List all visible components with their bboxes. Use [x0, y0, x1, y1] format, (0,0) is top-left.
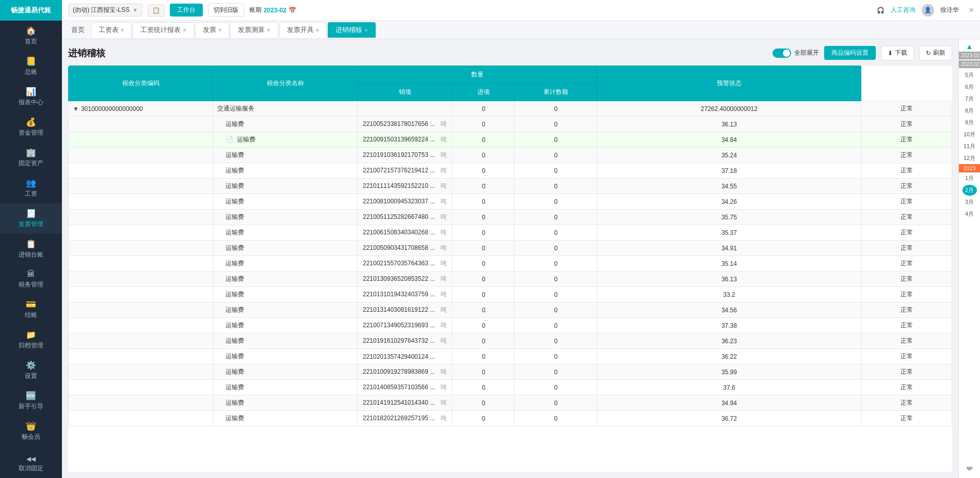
tab-invoice-calc-close-icon[interactable]: × [267, 27, 270, 33]
goods-setting-button[interactable]: 商品编码设置 [824, 46, 876, 60]
tab-payroll-close-icon[interactable]: × [121, 27, 124, 33]
table-cell-code [69, 194, 213, 210]
right-panel-month-2-active[interactable]: 2月 [962, 185, 977, 196]
tab-purchase-sales-close-icon[interactable]: × [364, 27, 367, 33]
right-panel-month-1[interactable]: 1月 [960, 173, 979, 184]
table-cell-sales: 0 [453, 287, 515, 302]
tab-invoice-close-icon[interactable]: × [218, 27, 221, 33]
switch-label: 切到旧版 [214, 6, 238, 13]
right-panel-month-9[interactable]: 9月 [960, 117, 979, 128]
toggle-track[interactable] [773, 49, 791, 58]
table-cell-purchase: 0 [515, 101, 597, 117]
table-cell-code [69, 272, 213, 287]
support-label[interactable]: 人工咨询 [891, 6, 915, 14]
table-cell-code: ▼301000000000000000 [69, 101, 213, 117]
table-row: 运输费 2210072157376219412 ... 吨 0 0 37.18 … [69, 163, 952, 179]
sidebar-label-settlement: 结账 [25, 311, 37, 320]
sidebar-item-tax-mgmt[interactable]: 🏛 税务管理 [0, 264, 62, 294]
table-cell-sales: 0 [453, 194, 515, 210]
sidebar-item-ledger[interactable]: 📒 总账 [0, 51, 62, 82]
table-cell-name: 运输费 [213, 163, 358, 179]
table-cell-status: 正常 [861, 210, 952, 225]
tab-payroll-stats-close-icon[interactable]: × [183, 27, 186, 33]
right-panel-month-8[interactable]: 8月 [960, 105, 979, 116]
sidebar-item-home[interactable]: 🏠 首页 [0, 21, 62, 51]
topbar: (勿动) 江西报宝-LSS ▼ 📋 工作台 切到旧版 账期 2023-02 📅 … [62, 0, 980, 21]
table-cell-name: 运输费 [213, 364, 358, 380]
right-panel-month-7[interactable]: 7月 [960, 93, 979, 104]
table-row: 运输费 2210131403081619122 ... 吨 0 0 34.56 … [69, 302, 952, 318]
sidebar-label-funds: 资金管理 [19, 129, 43, 137]
table-row: 运输费 2210071349052319693 ... 吨 0 0 37.38 … [69, 318, 952, 333]
table-cell-sales: 0 [453, 163, 515, 179]
table-cell-invoice: 2210182021269257195 ... 吨 [358, 411, 453, 426]
table-cell-sales: 0 [453, 241, 515, 256]
company-selector[interactable]: (勿动) 江西报宝-LSS ▼ [68, 4, 142, 17]
tab-invoice[interactable]: 发票 × [195, 22, 229, 38]
right-panel-month-10[interactable]: 10月 [960, 129, 979, 140]
sidebar-item-funds[interactable]: 💰 资金管理 [0, 112, 62, 142]
tab-invoice-calc[interactable]: 发票测算 × [230, 22, 278, 38]
sidebar-item-settlement[interactable]: 💳 结账 [0, 294, 62, 325]
right-panel-month-5[interactable]: 5月 [960, 70, 979, 81]
sidebar-item-fixed-assets[interactable]: 🏢 固定资产 [0, 142, 62, 173]
right-panel-expand-icon[interactable]: ❤ [964, 462, 975, 476]
table-cell-name: 运输费 [213, 194, 358, 210]
table-cell-purchase: 0 [515, 256, 597, 272]
workbench-button[interactable]: 工作台 [170, 4, 203, 17]
download-button[interactable]: ⬇ 下载 [881, 45, 914, 60]
period-value: 2023-02 [264, 7, 286, 14]
purchase-ledger-icon: 📋 [26, 239, 36, 249]
sidebar-item-reports[interactable]: 📊 报表中心 [0, 82, 62, 112]
sidebar-item-archive[interactable]: 📁 归档管理 [0, 325, 62, 355]
app-logo: 畅捷通易代账 [0, 0, 62, 21]
right-panel-month-3[interactable]: 3月 [960, 197, 979, 208]
sidebar-item-settings[interactable]: ⚙️ 设置 [0, 355, 62, 386]
tabs-bar: 首页 工资表 × 工资统计报表 × 发票 × 发票测算 × 发票开具 × 进销稽… [62, 21, 980, 39]
sidebar-label-reports: 报表中心 [19, 98, 43, 107]
col-tax-name: 税收分类名称 [213, 66, 358, 101]
tax-mgmt-icon: 🏛 [27, 269, 35, 279]
sidebar-item-guide[interactable]: 🆕 新手引导 [0, 386, 62, 416]
calendar-icon[interactable]: 📅 [288, 7, 296, 14]
switch-version-button[interactable]: 切到旧版 [208, 3, 244, 17]
home-icon: 🏠 [26, 26, 36, 36]
toggle-label: 全部展开 [794, 49, 819, 57]
table-cell-code [69, 380, 213, 395]
table-container[interactable]: 税收分类编码 税收分类名称 数量 预警状态 销项 进项 累计数额 [68, 66, 952, 472]
right-panel-month-6[interactable]: 6月 [960, 82, 979, 92]
table-cell-cumulative: 37.6 [597, 380, 861, 395]
tab-invoice-open-close-icon[interactable]: × [316, 27, 319, 33]
right-panel-up-icon[interactable]: ▲ [965, 41, 974, 52]
tab-payroll[interactable]: 工资表 × [91, 22, 132, 38]
table-row: 运输费 2210050903431708658 ... 吨 0 0 34.91 … [69, 241, 952, 256]
tab-home[interactable]: 首页 [66, 22, 90, 38]
refresh-button[interactable]: ↻ 刷新 [919, 45, 952, 60]
table-cell-cumulative: 36.13 [597, 117, 861, 132]
archive-icon: 📁 [26, 330, 36, 340]
sidebar-footer-pin[interactable]: ◀◀ 取消固定 [0, 450, 62, 478]
table-row: ▼301000000000000000 交通运输服务 0 0 27262.400… [69, 101, 952, 117]
sidebar-item-invoice-mgmt[interactable]: 🧾 发票管理 [0, 203, 62, 234]
table-cell-cumulative: 37.38 [597, 318, 861, 333]
expand-toggle[interactable]: 全部展开 [773, 49, 819, 58]
copy-button[interactable]: 📋 [148, 4, 165, 17]
right-panel-month-11[interactable]: 11月 [960, 141, 979, 152]
user-name: 徐泾华 [940, 6, 959, 14]
tab-payroll-stats[interactable]: 工资统计报表 × [133, 22, 194, 38]
right-panel-month-12[interactable]: 12月 [960, 153, 979, 164]
table-cell-sales: 0 [453, 225, 515, 241]
company-dropdown-icon: ▼ [133, 7, 138, 13]
tab-invoice-open[interactable]: 发票开具 × [279, 22, 327, 38]
table-cell-cumulative: 36.22 [597, 349, 861, 364]
sidebar-item-payroll[interactable]: 👥 工资 [0, 173, 62, 203]
sidebar-item-purchase-ledger[interactable]: 📋 进销台账 [0, 234, 62, 264]
close-button[interactable]: × [969, 6, 974, 15]
tab-purchase-sales[interactable]: 进销稽核 × [328, 22, 375, 38]
sidebar-item-vip[interactable]: 👑 畅会员 [0, 416, 62, 447]
sidebar-label-home: 首页 [25, 37, 37, 46]
table-cell-name: 📄 运输费 [213, 132, 358, 148]
refresh-icon: ↻ [926, 50, 931, 57]
right-panel-month-4[interactable]: 4月 [960, 209, 979, 219]
tab-invoice-open-label: 发票开具 [287, 25, 314, 35]
